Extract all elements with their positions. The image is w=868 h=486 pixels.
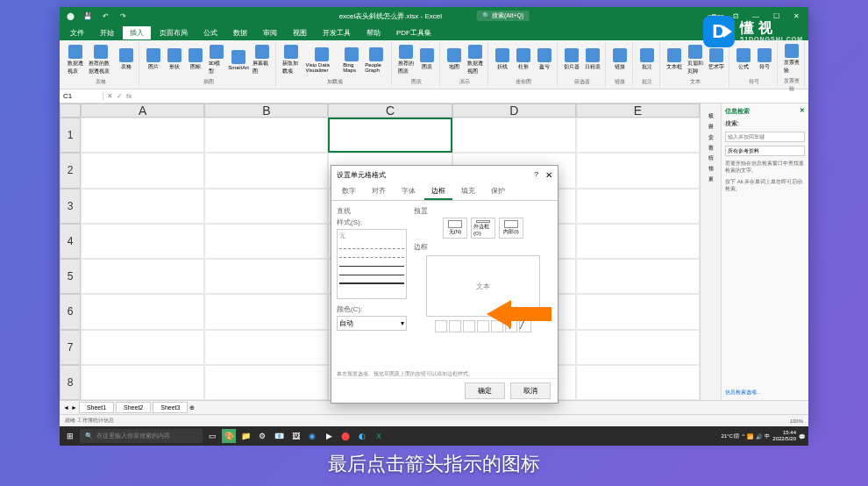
menu-文件[interactable]: 文件 <box>63 26 91 39</box>
start-icon[interactable]: ⊞ <box>63 429 77 443</box>
sidebar-模板[interactable]: 模板 <box>705 107 716 111</box>
notifications-icon[interactable]: 💬 <box>799 433 805 440</box>
col-header-C[interactable]: C <box>328 104 452 118</box>
sidebar-行情[interactable]: 行情 <box>705 149 716 153</box>
style-dashed[interactable] <box>339 242 404 249</box>
ribbon-地图[interactable]: 地图 <box>445 46 464 73</box>
sidebar-销售[interactable]: 销售 <box>705 160 716 163</box>
preset-内部(I)[interactable]: 内部(I) <box>499 218 523 239</box>
style-none[interactable]: 无 <box>339 232 404 240</box>
cell-A6[interactable] <box>81 294 204 329</box>
cell-A1[interactable] <box>81 118 204 153</box>
info-search-input[interactable] <box>725 132 805 142</box>
ribbon-形状[interactable]: 形状 <box>165 46 184 73</box>
ribbon-屏幕截图[interactable]: 屏幕截图 <box>251 43 273 77</box>
menu-审阅[interactable]: 审阅 <box>256 26 284 39</box>
app-icon-5[interactable]: 🖼 <box>288 429 302 443</box>
line-style-list[interactable]: 无 <box>337 229 407 299</box>
add-sheet-icon[interactable]: ⊕ <box>189 404 195 411</box>
fx-icon[interactable]: fx <box>126 92 132 100</box>
ok-button[interactable]: 确定 <box>465 382 505 399</box>
cell-B1[interactable] <box>204 118 328 153</box>
ribbon-折线[interactable]: 折线 <box>493 46 512 73</box>
menu-视图[interactable]: 视图 <box>286 26 314 39</box>
row-header-4[interactable]: 4 <box>60 224 81 259</box>
ribbon-图表[interactable]: 图表 <box>417 46 437 73</box>
cell-B5[interactable] <box>204 259 328 294</box>
border-btn-2[interactable] <box>449 320 461 332</box>
row-header-6[interactable]: 6 <box>60 294 81 329</box>
ribbon-表格[interactable]: 表格 <box>117 46 136 73</box>
menu-PDF工具集[interactable]: PDF工具集 <box>389 26 438 39</box>
cell-E1[interactable] <box>576 118 700 153</box>
clock[interactable]: 15:442022/5/20 <box>772 430 796 442</box>
ribbon-People Graph[interactable]: People Graph <box>363 46 388 75</box>
cell-B4[interactable] <box>204 224 328 259</box>
dialog-help-icon[interactable]: ? <box>535 170 538 180</box>
name-box[interactable]: C1 <box>60 92 103 100</box>
ribbon-3D模型[interactable]: 3D模型 <box>207 43 226 77</box>
col-header-D[interactable]: D <box>452 104 576 118</box>
tray-chevron-icon[interactable]: ^ <box>742 433 744 439</box>
sheet-tab-Sheet3[interactable]: Sheet3 <box>153 402 188 413</box>
ribbon-SmartArt[interactable]: SmartArt <box>228 48 250 72</box>
cell-A2[interactable] <box>81 153 204 188</box>
cell-E3[interactable] <box>576 189 700 224</box>
dlg-tab-对齐[interactable]: 对齐 <box>365 183 393 200</box>
col-header-B[interactable]: B <box>204 104 328 118</box>
border-btn-1[interactable] <box>435 320 447 332</box>
save-icon[interactable]: 💾 <box>81 9 95 23</box>
select-all-corner[interactable] <box>60 104 81 118</box>
sidebar-教育[interactable]: 教育 <box>705 139 716 142</box>
dlg-tab-边框[interactable]: 边框 <box>424 183 452 200</box>
style-dotted[interactable] <box>339 251 404 258</box>
ribbon-盈亏[interactable]: 盈亏 <box>535 46 554 73</box>
app-icon-4[interactable]: 📧 <box>272 429 286 443</box>
cell-A5[interactable] <box>81 259 204 294</box>
ribbon-Visio Data Visualizer[interactable]: Visio Data Visualizer <box>304 46 340 75</box>
sheet-tab-Sheet1[interactable]: Sheet1 <box>79 402 114 413</box>
ribbon-日程表[interactable]: 日程表 <box>583 46 602 73</box>
ime-icon[interactable]: 中 <box>765 432 770 440</box>
sidebar-更多[interactable]: 更多 <box>705 170 716 174</box>
ribbon-柱形[interactable]: 柱形 <box>514 46 533 73</box>
sheet-nav-next-icon[interactable]: ► <box>71 404 77 411</box>
row-header-7[interactable]: 7 <box>60 330 81 365</box>
cell-E6[interactable] <box>576 294 700 329</box>
style-thick[interactable] <box>339 277 404 284</box>
cell-A8[interactable] <box>81 365 204 400</box>
wifi-icon[interactable]: 📶 <box>747 433 753 440</box>
menu-数据[interactable]: 数据 <box>226 26 254 39</box>
ribbon-图标[interactable]: 图标 <box>186 46 205 73</box>
cell-B2[interactable] <box>204 153 328 188</box>
edge-icon[interactable]: ◉ <box>305 429 319 443</box>
ribbon-符号[interactable]: 符号 <box>755 46 774 73</box>
cell-B8[interactable] <box>204 365 328 400</box>
row-header-1[interactable]: 1 <box>60 118 81 153</box>
ribbon-链接[interactable]: 链接 <box>610 46 630 73</box>
dialog-close-icon[interactable]: ✕ <box>545 170 552 180</box>
info-source-select[interactable] <box>725 146 805 156</box>
col-header-A[interactable]: A <box>81 104 204 118</box>
cell-A7[interactable] <box>81 330 204 365</box>
ribbon-推荐的图表[interactable]: 推荐的图表 <box>396 43 416 77</box>
ribbon-切片器[interactable]: 切片器 <box>562 46 581 73</box>
cell-E5[interactable] <box>576 259 700 294</box>
cell-B6[interactable] <box>204 294 328 329</box>
style-thin[interactable] <box>339 260 404 267</box>
cancel-formula-icon[interactable]: ✕ <box>107 92 113 100</box>
sheet-nav-prev-icon[interactable]: ◄ <box>63 404 69 411</box>
menu-页面布局[interactable]: 页面布局 <box>153 26 195 39</box>
ribbon-页眉和页脚[interactable]: 页眉和页脚 <box>686 43 705 77</box>
cell-B3[interactable] <box>204 189 328 224</box>
cell-D1[interactable] <box>452 118 576 153</box>
cell-E4[interactable] <box>576 224 700 259</box>
preset-外边框(O)[interactable]: 外边框(O) <box>471 218 495 239</box>
ribbon-公式[interactable]: 公式 <box>734 46 753 73</box>
ribbon-推荐的数据透视表[interactable]: 推荐的数据透视表 <box>87 43 115 77</box>
autosave-toggle[interactable]: ⬤ <box>63 9 77 23</box>
color-picker[interactable]: 自动▾ <box>337 316 407 331</box>
ribbon-Bing Maps[interactable]: Bing Maps <box>341 46 361 75</box>
sheet-tab-Sheet2[interactable]: Sheet2 <box>116 402 151 413</box>
app-icon-6[interactable]: ▶ <box>322 429 336 443</box>
